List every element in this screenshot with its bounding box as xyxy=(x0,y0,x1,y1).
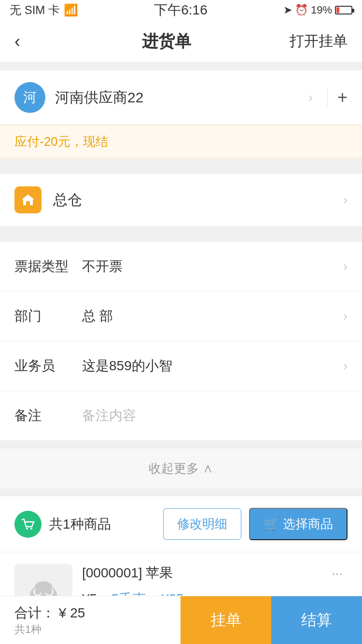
salesman-chevron-icon: › xyxy=(343,358,348,374)
product-name: 苹果 xyxy=(146,565,173,580)
form-section: 票据类型 不开票 › 部门 总 部 › 业务员 这是859的小智 › 备注 备注… xyxy=(0,241,362,440)
total-label: 合计： xyxy=(14,605,55,620)
product-code: [0000001] xyxy=(82,565,142,580)
select-cart-icon: 🛒 xyxy=(264,517,279,532)
supplier-name: 河南供应商22 xyxy=(55,88,308,108)
warehouse-name: 总仓 xyxy=(53,190,343,210)
warehouse-chevron-icon: › xyxy=(343,192,348,208)
open-pending-button[interactable]: 打开挂单 xyxy=(290,31,348,51)
product-count-text: 共1种商品 xyxy=(49,515,155,533)
svg-rect-0 xyxy=(26,201,30,205)
svg-point-2 xyxy=(30,528,32,530)
hold-button[interactable]: 挂单 xyxy=(181,596,271,644)
select-product-button[interactable]: 🛒 选择商品 xyxy=(249,508,348,540)
product-more-button[interactable]: ··· xyxy=(327,564,348,583)
remark-row[interactable]: 备注 备注内容 xyxy=(0,391,362,440)
salesman-label: 业务员 xyxy=(14,357,72,375)
carrier-text: 无 SIM 卡 xyxy=(10,2,60,18)
invoice-type-value: 不开票 xyxy=(72,257,343,276)
wifi-icon: 📶 xyxy=(64,3,78,17)
avatar-text: 河 xyxy=(23,88,37,107)
nav-bar: ‹ 进货单 打开挂单 xyxy=(0,20,362,63)
gap-3 xyxy=(0,234,362,241)
status-time: 下午6:16 xyxy=(154,1,208,19)
total-label-row: 合计： ¥ 25 xyxy=(14,604,166,622)
product-cart-icon xyxy=(14,511,42,538)
modify-detail-button[interactable]: 修改明细 xyxy=(163,508,241,540)
status-bar: 无 SIM 卡 📶 下午6:16 ➤ ⏰ 19% xyxy=(0,0,362,20)
product-title: [0000001] 苹果 xyxy=(82,564,317,582)
supplier-row[interactable]: 河 河南供应商22 › + xyxy=(0,70,362,125)
remark-label: 备注 xyxy=(14,406,72,425)
total-count: 共1种 xyxy=(14,622,166,637)
select-product-label: 选择商品 xyxy=(283,516,333,532)
supplier-notice: 应付-20元，现结 xyxy=(0,125,362,158)
invoice-type-label: 票据类型 xyxy=(14,257,72,276)
total-amount: ¥ 25 xyxy=(59,605,85,620)
checkout-button[interactable]: 结算 xyxy=(271,596,362,644)
alarm-icon: ⏰ xyxy=(295,4,308,16)
supplier-avatar: 河 xyxy=(14,82,45,113)
gap-2 xyxy=(0,166,362,174)
status-right: ➤ ⏰ 19% xyxy=(283,4,352,16)
bottom-bar: 合计： ¥ 25 共1种 挂单 结算 xyxy=(0,596,362,644)
salesman-row[interactable]: 业务员 这是859的小智 › xyxy=(0,341,362,391)
department-value: 总 部 xyxy=(72,307,343,325)
cart-icon-svg xyxy=(21,517,35,532)
total-section: 合计： ¥ 25 共1种 xyxy=(0,604,181,637)
department-row[interactable]: 部门 总 部 › xyxy=(0,291,362,341)
battery-text: 19% xyxy=(311,4,332,16)
product-header: 共1种商品 修改明细 🛒 选择商品 xyxy=(0,496,362,552)
salesman-value: 这是859的小智 xyxy=(72,357,343,375)
department-label: 部门 xyxy=(14,307,72,325)
add-supplier-button[interactable]: + xyxy=(327,87,348,108)
warehouse-section: 总仓 › xyxy=(0,174,362,226)
supplier-chevron-icon: › xyxy=(308,90,313,105)
svg-point-1 xyxy=(26,528,28,530)
gap-1 xyxy=(0,63,362,70)
supplier-section: 河 河南供应商22 › + 应付-20元，现结 xyxy=(0,70,362,158)
battery-icon xyxy=(335,6,352,14)
invoice-type-row[interactable]: 票据类型 不开票 › xyxy=(0,241,362,291)
back-button[interactable]: ‹ xyxy=(14,31,43,52)
gap-4 xyxy=(0,489,362,496)
status-left: 无 SIM 卡 📶 xyxy=(10,2,78,18)
warehouse-icon xyxy=(14,186,42,213)
collapse-bar[interactable]: 收起更多 ∧ xyxy=(0,448,362,489)
house-icon-svg xyxy=(21,193,35,207)
svg-point-8 xyxy=(35,581,52,593)
department-chevron-icon: › xyxy=(343,308,348,324)
warehouse-row[interactable]: 总仓 › xyxy=(0,174,362,226)
remark-value[interactable]: 备注内容 xyxy=(72,406,348,425)
battery-fill xyxy=(336,7,339,13)
location-icon: ➤ xyxy=(283,4,292,16)
page-title: 进货单 xyxy=(43,30,290,53)
invoice-chevron-icon: › xyxy=(343,259,348,274)
